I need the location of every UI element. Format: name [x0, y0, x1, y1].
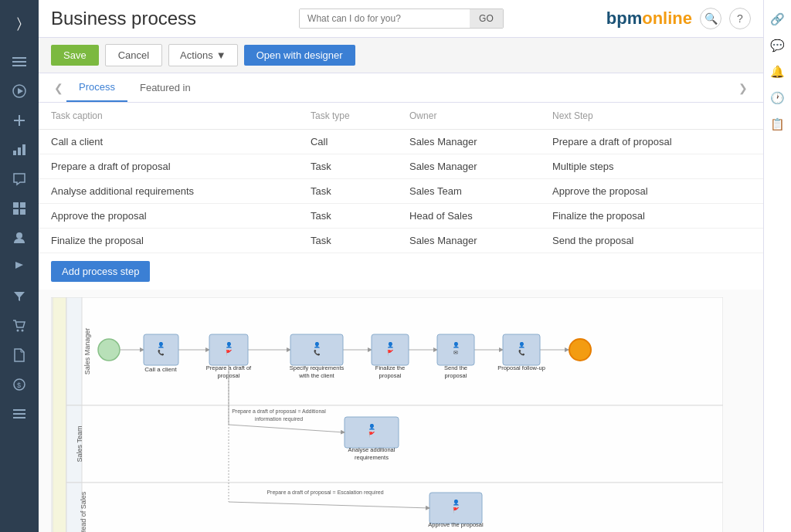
condition-label2: information required	[255, 416, 303, 422]
add-process-step-button[interactable]: Add process step	[51, 261, 150, 282]
svg-rect-11	[20, 202, 25, 208]
search-input[interactable]	[300, 9, 470, 28]
cell-owner: Head of Sales	[397, 204, 540, 229]
search-icon[interactable]: 🔍	[700, 8, 721, 29]
svg-rect-21	[13, 417, 25, 418]
cell-next: Prepare a draft of proposal	[540, 130, 763, 154]
table-row: Prepare a draft of proposalTaskSales Man…	[39, 154, 763, 179]
svg-text:👤: 👤	[518, 341, 525, 348]
sidebar-icon-menu[interactable]	[0, 47, 39, 76]
cell-caption: Analyse additional requirements	[39, 179, 298, 204]
cell-type: Task	[298, 154, 397, 179]
header: Business process GO bpmonline 🔍 ?	[39, 0, 763, 38]
svg-rect-12	[13, 209, 19, 215]
sidebar-icon-flag[interactable]	[0, 252, 39, 282]
cell-caption: Finalize the proposal	[39, 229, 298, 253]
cancel-button[interactable]: Cancel	[105, 44, 162, 66]
cell-type: Task	[298, 179, 397, 204]
tab-next-icon[interactable]: ❯	[735, 82, 751, 94]
process-diagram: Short Sale Sales Manager Sales Team Head…	[51, 297, 723, 532]
sidebar-icon-list[interactable]	[0, 399, 39, 429]
svg-rect-0	[12, 57, 26, 59]
search-bar: GO	[299, 8, 504, 29]
logo: bpmonline	[606, 8, 692, 29]
sidebar-icon-funnel[interactable]	[0, 282, 39, 311]
search-go-button[interactable]: GO	[470, 9, 503, 28]
sidebar-icon-grid[interactable]	[0, 194, 39, 223]
actions-label: Actions	[180, 49, 213, 61]
right-panel: 🔗 💬 🔔 🕐 📋	[763, 0, 791, 532]
cell-owner: Sales Manager	[397, 229, 540, 253]
svg-marker-4	[18, 88, 23, 94]
cell-next: Approve the proposal	[540, 179, 763, 204]
actions-button[interactable]: Actions ▼	[168, 44, 238, 66]
sidebar-icon-chat[interactable]	[0, 164, 39, 194]
sales-manager-lane-label: Sales Manager	[83, 328, 91, 375]
call-label: Call a client	[144, 366, 177, 373]
page-title: Business process	[51, 8, 196, 29]
svg-rect-8	[18, 147, 21, 155]
tab-featured-in[interactable]: Featured in	[127, 74, 203, 101]
svg-text:👤: 👤	[368, 423, 375, 430]
svg-text:🚩: 🚩	[453, 507, 460, 513]
specify-label1: Specify requirements	[290, 364, 345, 371]
right-panel-link-icon[interactable]: 🔗	[764, 6, 791, 32]
start-node	[98, 339, 120, 361]
svg-rect-10	[13, 202, 19, 208]
sidebar-icon-chart[interactable]	[0, 135, 39, 164]
head-of-sales-lane-label: Head of Sales	[80, 491, 87, 532]
right-panel-chat-icon[interactable]: 💬	[764, 32, 791, 59]
svg-text:🚩: 🚩	[387, 349, 394, 356]
finalize-label1: Finalize the	[375, 364, 405, 371]
sidebar-icon-plus[interactable]	[0, 106, 39, 135]
cell-caption: Call a client	[39, 130, 298, 154]
cell-owner: Sales Manager	[397, 130, 540, 154]
svg-rect-6	[14, 120, 25, 121]
cell-caption: Approve the proposal	[39, 204, 298, 229]
sidebar-icon-play[interactable]	[0, 76, 39, 106]
svg-rect-9	[22, 144, 25, 155]
help-icon[interactable]: ?	[729, 8, 751, 29]
svg-text:$: $	[17, 381, 21, 389]
open-designer-button[interactable]: Open with designer	[244, 45, 355, 66]
svg-point-16	[22, 330, 24, 332]
col-task-type: Task type	[298, 103, 397, 130]
svg-text:🚩: 🚩	[368, 431, 375, 438]
sidebar-toggle[interactable]: 〉	[9, 8, 29, 39]
cell-next: Multiple steps	[540, 154, 763, 179]
svg-text:👤: 👤	[453, 341, 460, 348]
cell-type: Task	[298, 229, 397, 253]
table-row: Analyse additional requirementsTaskSales…	[39, 179, 763, 204]
cell-next: Send the proposal	[540, 229, 763, 253]
diagram-area: Short Sale Sales Manager Sales Team Head…	[39, 290, 763, 532]
analyse-label2: requirements	[355, 454, 389, 461]
cell-type: Call	[298, 130, 397, 154]
svg-rect-13	[20, 209, 25, 215]
save-button[interactable]: Save	[51, 45, 99, 66]
right-panel-doc-icon[interactable]: 📋	[764, 111, 791, 137]
tab-process[interactable]: Process	[66, 73, 127, 102]
cell-next: Finalize the proposal	[540, 204, 763, 229]
right-panel-clock-icon[interactable]: 🕐	[764, 85, 791, 111]
svg-text:👤: 👤	[387, 341, 394, 348]
svg-text:📞: 📞	[314, 349, 321, 356]
followup-label1: Proposal follow-up	[497, 364, 545, 371]
svg-rect-23	[53, 297, 66, 532]
sidebar-icon-cart[interactable]	[0, 311, 39, 341]
cell-owner: Sales Manager	[397, 154, 540, 179]
col-task-caption: Task caption	[39, 103, 298, 130]
svg-text:✉: ✉	[453, 350, 458, 355]
svg-text:🚩: 🚩	[226, 349, 233, 356]
right-panel-bell-icon[interactable]: 🔔	[764, 59, 791, 85]
sidebar-icon-coin[interactable]: $	[0, 370, 39, 399]
svg-point-42	[572, 342, 588, 357]
process-table: Task caption Task type Owner Next Step C…	[39, 103, 763, 253]
svg-text:👤: 👤	[226, 341, 233, 348]
tab-prev-icon[interactable]: ❮	[51, 82, 66, 94]
svg-rect-20	[13, 413, 25, 415]
sidebar-icon-user[interactable]	[0, 223, 39, 252]
sidebar-icon-document[interactable]	[0, 341, 39, 370]
table-row: Call a clientCallSales ManagerPrepare a …	[39, 130, 763, 154]
svg-rect-25	[66, 297, 82, 405]
col-next-step: Next Step	[540, 103, 763, 130]
